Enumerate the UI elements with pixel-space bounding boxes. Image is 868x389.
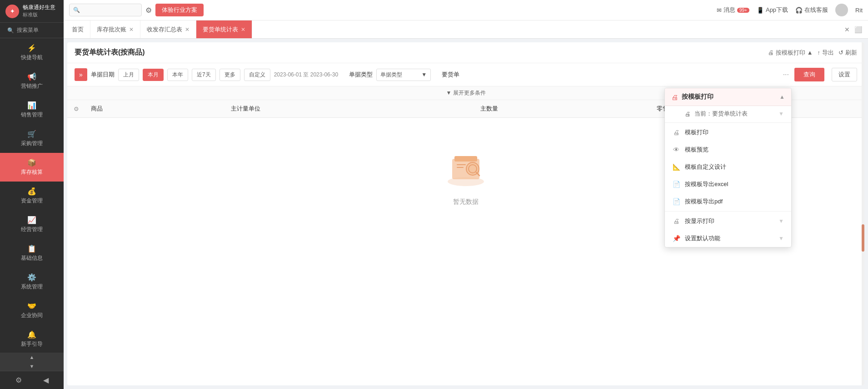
sidebar-item-sales[interactable]: 📊 销售管理 — [0, 96, 64, 124]
table-col-settings[interactable]: ⚙ — [67, 100, 85, 118]
expand-more-button[interactable]: ▼ 展开更多条件 — [446, 89, 485, 97]
sidebar-search[interactable]: 🔍 搜索菜单 — [0, 23, 64, 38]
sidebar-item-finance[interactable]: 💰 资金管理 — [0, 182, 64, 210]
tab-receipt-summary[interactable]: 收发存汇总表 ✕ — [140, 20, 196, 38]
sidebar-item-inventory[interactable]: 📦 库存核算 — [0, 153, 64, 182]
sidebar-item-operations[interactable]: 📈 经营管理 — [0, 210, 64, 239]
nav-icon-corp: 🤝 — [27, 302, 36, 310]
nav-icon-finance: 💰 — [27, 187, 36, 196]
window-maximize-button[interactable]: ⬜ — [853, 25, 863, 34]
tab-inventory-batch[interactable]: 库存批次账 ✕ — [90, 20, 140, 38]
sidebar-item-guide[interactable]: 🔔 新手引导 — [0, 325, 64, 353]
query-button[interactable]: 查询 — [794, 68, 824, 81]
nav-icon-marketing: 📢 — [27, 72, 36, 81]
page-title-bar: 要货单统计表(按商品) 🖨 按模板打印 ▲ ↑ 导出 ↺ 刷新 — [67, 42, 864, 63]
filter-right: ··· 查询 设置 — [783, 68, 857, 81]
table-col-product: 商品 — [85, 100, 225, 118]
sidebar-settings-icon[interactable]: ⚙ — [15, 376, 22, 384]
date-more[interactable]: 更多 — [219, 69, 240, 81]
window-close-button[interactable]: ✕ — [843, 25, 852, 34]
page-content: 要货单统计表(按商品) 🖨 按模板打印 ▲ ↑ 导出 ↺ 刷新 — [64, 39, 868, 389]
app-name: 畅康通好生意 标准版 — [23, 4, 55, 18]
dropdown-template-preview[interactable]: 👁 模板预览 — [665, 141, 791, 158]
current-template-icon: 🖨 — [685, 111, 691, 117]
nav-icon-quick: ⚡ — [27, 44, 36, 52]
tab-order-stats[interactable]: 要货单统计表 ✕ — [196, 20, 252, 38]
tab-close-receipt-summary[interactable]: ✕ — [185, 26, 190, 33]
settings-button[interactable]: 设置 — [832, 68, 857, 81]
dropdown-template-pdf[interactable]: 📄 按模板导出pdf — [665, 193, 791, 210]
message-icon: ✉ — [717, 7, 722, 14]
user-avatar[interactable] — [835, 4, 848, 16]
col-settings-icon[interactable]: ⚙ — [74, 106, 79, 112]
template-design-icon: 📐 — [672, 163, 680, 171]
set-default-arrow: ▼ — [778, 235, 784, 242]
filter-expand-button[interactable]: » — [75, 68, 87, 81]
print-icon: 🖨 — [768, 49, 774, 56]
nav-icon-purchase: 🛒 — [27, 130, 36, 138]
nav-icon-basic: 📋 — [27, 244, 36, 253]
sidebar-item-corp[interactable]: 🤝 企业协同 — [0, 296, 64, 325]
filter-actions: 设置 — [832, 68, 857, 81]
nav-icon-inventory: 📦 — [27, 158, 36, 167]
date-label: 单据日期 — [91, 71, 115, 79]
tab-close-order-stats[interactable]: ✕ — [241, 26, 245, 33]
type-select[interactable]: 单据类型 ▼ — [376, 69, 431, 81]
template-pdf-icon: 📄 — [672, 198, 680, 205]
nav-icon-sales: 📊 — [27, 101, 36, 110]
type-label: 单据类型 — [349, 71, 373, 79]
export-button[interactable]: ↑ 导出 — [818, 49, 834, 57]
require-goods-label: 要货单 — [442, 71, 459, 79]
try-industry-button[interactable]: 体验行业方案 — [155, 4, 204, 16]
display-print-icon: 🖨 — [672, 217, 680, 225]
more-dots-icon[interactable]: ··· — [783, 71, 789, 79]
dropdown-template-print[interactable]: 🖨 模板打印 — [665, 124, 791, 141]
sidebar-item-basic[interactable]: 📋 基础信息 — [0, 239, 64, 268]
dropdown-close-arrow[interactable]: ▲ — [779, 94, 785, 100]
date-current-year[interactable]: 本年 — [167, 69, 188, 81]
dropdown-template-excel[interactable]: 📄 按模板导出excel — [665, 176, 791, 193]
app-download-button[interactable]: 📱 App下载 — [757, 6, 788, 14]
sidebar-scroll-down[interactable]: ▼ — [0, 362, 64, 371]
sidebar-item-marketing[interactable]: 📢 营销推广 — [0, 67, 64, 96]
svg-rect-6 — [457, 164, 466, 165]
date-last7days[interactable]: 近7天 — [192, 69, 216, 81]
display-print-arrow: ▼ — [778, 218, 784, 224]
sidebar-scroll-up[interactable]: ▲ — [0, 353, 64, 362]
sidebar-item-system[interactable]: ⚙️ 系统管理 — [0, 268, 64, 296]
sidebar-collapse-icon[interactable]: ◀ — [43, 376, 49, 384]
sidebar-item-purchase[interactable]: 🛒 采购管理 — [0, 124, 64, 153]
date-range-text: 2023-06-01 至 2023-06-30 — [274, 71, 338, 79]
dropdown-set-default[interactable]: 📌 设置默认功能 ▼ — [665, 230, 791, 247]
date-current-month[interactable]: 本月 — [143, 69, 164, 81]
online-service-button[interactable]: 🎧 在线客服 — [795, 6, 828, 14]
header-search-icon: 🔍 — [73, 7, 80, 13]
export-icon: ↑ — [818, 49, 821, 56]
dropdown-print-icon: 🖨 — [671, 93, 678, 101]
date-custom[interactable]: 自定义 — [244, 69, 270, 81]
sidebar-item-quick-nav[interactable]: ⚡ 快捷导航 — [0, 38, 64, 67]
print-dropdown: 🖨 按模板打印 ▲ 🖨 当前：要货单统计表 ▼ 🖨 模板打印 👁 模板预览 — [664, 88, 792, 248]
nav-icon-guide: 🔔 — [27, 330, 36, 339]
page-title: 要货单统计表(按商品) — [75, 48, 145, 57]
tab-home[interactable]: 首页 — [65, 20, 90, 38]
messages-button[interactable]: ✉ 消息 99+ — [717, 6, 749, 14]
print-button[interactable]: 🖨 按模板打印 ▲ — [768, 49, 813, 57]
refresh-icon: ↺ — [838, 49, 843, 56]
dropdown-display-print[interactable]: 🖨 按显示打印 ▼ — [665, 212, 791, 230]
header-search-box[interactable]: 🔍 — [69, 4, 142, 16]
svg-rect-2 — [454, 156, 477, 162]
dropdown-current[interactable]: 🖨 当前：要货单统计表 ▼ — [665, 106, 791, 121]
dropdown-template-design[interactable]: 📐 模板自定义设计 — [665, 158, 791, 176]
header-gear-icon[interactable]: ⚙ — [145, 6, 152, 15]
right-scrollbar[interactable] — [862, 42, 864, 385]
tab-close-inventory-batch[interactable]: ✕ — [129, 26, 134, 33]
search-icon: 🔍 — [7, 27, 14, 34]
sidebar-nav: ⚡ 快捷导航 📢 营销推广 📊 销售管理 🛒 采购管理 📦 库存核算 💰 资金管… — [0, 38, 64, 353]
dropdown-header: 🖨 按模板打印 ▲ — [665, 88, 791, 106]
date-prev-month[interactable]: 上月 — [118, 69, 139, 81]
refresh-button[interactable]: ↺ 刷新 — [838, 49, 857, 57]
svg-rect-7 — [457, 167, 464, 168]
tab-bar: 首页 库存批次账 ✕ 收发存汇总表 ✕ 要货单统计表 ✕ ✕ ⬜ — [64, 20, 868, 39]
sidebar: ✦ 畅康通好生意 标准版 🔍 搜索菜单 ⚡ 快捷导航 📢 营销推广 📊 销售管理… — [0, 0, 64, 389]
